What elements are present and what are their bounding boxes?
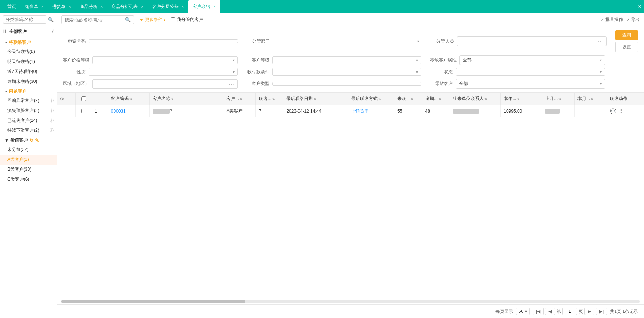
- nav-home[interactable]: 首页: [3, 0, 21, 13]
- payment-select[interactable]: ▾: [272, 68, 422, 76]
- td-contact-count: 7: [255, 105, 283, 117]
- nav-tab-purchase[interactable]: 进货单 ×: [48, 0, 75, 13]
- th-last-contact-method[interactable]: 最后联络方式⇅: [348, 93, 394, 105]
- retail-customer-select[interactable]: 全部 ▾: [456, 79, 605, 89]
- th-history-contacts[interactable]: 往来单位联系人⇅: [450, 93, 500, 105]
- page-size-select[interactable]: 50 ▾: [516, 308, 530, 315]
- my-customers-checkbox[interactable]: [171, 17, 175, 22]
- sidebar-item-tomorrow[interactable]: 明天待联络(1): [0, 57, 57, 67]
- th-customer-type[interactable]: 客户...⇅: [223, 93, 256, 105]
- next-page-button[interactable]: ▶: [584, 308, 594, 315]
- close-analysis-list-tab[interactable]: ×: [141, 0, 143, 13]
- qr-icon[interactable]: ⠿: [619, 108, 623, 114]
- th-contact-action: 联络动作: [607, 93, 644, 105]
- filter-panel: 电话号码 分管部门 ▾ 分管人员: [57, 26, 644, 93]
- pending-contact-title[interactable]: ▼ 待联络客户: [0, 38, 57, 47]
- sidebar-search-input[interactable]: [3, 15, 46, 24]
- phone-input[interactable]: [89, 39, 238, 43]
- grid-icon: ⠿: [3, 29, 6, 35]
- collapse-sidebar-icon[interactable]: 《: [50, 29, 54, 35]
- query-button[interactable]: 查询: [615, 30, 638, 40]
- sidebar-item-class-a[interactable]: A类客户(1): [0, 155, 57, 165]
- sidebar-item-repurchase-abnormal[interactable]: 回购异常客户(2) ⓘ: [0, 96, 57, 106]
- td-last-month: --: [542, 105, 575, 117]
- sort-icon-year: ⇅: [517, 97, 520, 101]
- all-customers-header[interactable]: ⠿ 全部客户 《: [0, 26, 57, 38]
- nature-select[interactable]: ▾: [89, 68, 238, 76]
- scrollbar-thumb[interactable]: [61, 300, 245, 303]
- sidebar-search-icon[interactable]: 🔍: [48, 17, 54, 22]
- close-all-button[interactable]: ×: [638, 3, 641, 10]
- main-layout: 🔍 ⠿ 全部客户 《 ▼ 待联络客户 今天待联络(0) 明天待联络(1): [0, 13, 644, 318]
- th-last-month[interactable]: 上月...⇅: [542, 93, 575, 105]
- info-icon-1: ⓘ: [50, 108, 54, 113]
- table-header-row: ⚙ 客户编码⇅ 客户名称⇅: [57, 93, 644, 105]
- sidebar-item-class-b[interactable]: B类客户(33): [0, 165, 57, 174]
- nav-tab-customer-segment[interactable]: 客户分层经营 ×: [148, 0, 188, 13]
- th-contact-count[interactable]: 联络...⇅: [255, 93, 283, 105]
- price-level-arrow-icon: ▾: [233, 58, 235, 62]
- edit-icon[interactable]: ✎: [35, 138, 39, 143]
- region-select[interactable]: ···: [92, 79, 238, 89]
- last-page-button[interactable]: ▶|: [596, 308, 607, 315]
- row-checkbox[interactable]: [81, 109, 86, 113]
- customer-type-select[interactable]: [272, 82, 422, 86]
- th-no: [92, 93, 108, 105]
- gear-settings-icon[interactable]: ⚙: [60, 96, 64, 102]
- manager-select[interactable]: ···: [457, 36, 607, 46]
- td-last-contact-method[interactable]: 下销货单: [348, 105, 394, 117]
- sidebar-item-declining[interactable]: 持续下滑客户(2) ⓘ: [0, 126, 57, 135]
- sidebar-item-class-c[interactable]: C类客户(6): [0, 174, 57, 184]
- th-gear[interactable]: ⚙: [57, 93, 75, 105]
- price-level-select[interactable]: ▾: [92, 56, 238, 64]
- th-no-contact[interactable]: 未联...⇅: [394, 93, 422, 105]
- select-all-checkbox[interactable]: [81, 96, 86, 101]
- td-this-month: [575, 105, 607, 117]
- status-select[interactable]: ▾: [456, 68, 605, 76]
- th-customer-name[interactable]: 客户名称⇅: [149, 93, 223, 105]
- toolbar-search-icon[interactable]: 🔍: [125, 17, 131, 22]
- customer-level-select[interactable]: ▾: [272, 56, 422, 64]
- th-overdue[interactable]: 逾期...⇅: [422, 93, 450, 105]
- filter-row-3: 性质 ▾ 收付款条件 ▾ 状态: [63, 68, 638, 76]
- sidebar-item-overdue[interactable]: 逾期未联络(30): [0, 77, 57, 86]
- batch-operation-button[interactable]: ☑ 批量操作: [600, 17, 623, 23]
- problem-customers-title[interactable]: ▼ 问题客户: [0, 86, 57, 96]
- more-filters-button[interactable]: ▼ 更多条件 ▴: [137, 15, 168, 24]
- close-segment-tab[interactable]: ×: [182, 0, 184, 13]
- td-customer-code[interactable]: 000031: [108, 105, 149, 117]
- department-select[interactable]: ▾: [273, 38, 422, 45]
- close-contact-tab[interactable]: ×: [213, 0, 215, 13]
- settings-button[interactable]: 设置: [615, 42, 638, 52]
- search-input[interactable]: [65, 17, 124, 22]
- pending-arrow-icon: ▼: [4, 41, 8, 45]
- value-customers-title[interactable]: ▼ 价值客户 ↻ ✎: [0, 135, 57, 145]
- nav-tab-sales[interactable]: 销售单 ×: [21, 0, 48, 13]
- message-icon[interactable]: 💬: [610, 108, 616, 114]
- sidebar-item-today[interactable]: 今天待联络(0): [0, 47, 57, 57]
- close-sales-tab[interactable]: ×: [41, 0, 43, 13]
- sidebar-item-churned[interactable]: 已流失客户(24) ⓘ: [0, 116, 57, 126]
- nav-tab-analysis-list[interactable]: 商品分析列表 ×: [107, 0, 147, 13]
- close-analysis-tab[interactable]: ×: [100, 0, 103, 13]
- export-button[interactable]: ↗ 导出: [626, 17, 640, 23]
- nav-tab-analysis[interactable]: 商品分析 ×: [75, 0, 107, 13]
- page-number-input[interactable]: [562, 308, 577, 315]
- refresh-icon[interactable]: ↻: [29, 138, 33, 143]
- total-info: 共1页 1条记录: [610, 308, 638, 315]
- problem-arrow-icon: ▼: [4, 90, 8, 93]
- first-page-button[interactable]: |◀: [533, 308, 544, 315]
- sidebar-item-churn-warning[interactable]: 流失预警客户(3) ⓘ: [0, 106, 57, 116]
- th-customer-code[interactable]: 客户编码⇅: [108, 93, 149, 105]
- filter-retail-attr: 零散客户属性 全部 ▾: [430, 55, 605, 65]
- prev-page-button[interactable]: ◀: [545, 308, 555, 315]
- th-this-year[interactable]: 本年...⇅: [501, 93, 542, 105]
- retail-attr-select[interactable]: 全部 ▾: [459, 55, 605, 65]
- close-purchase-tab[interactable]: ×: [68, 0, 71, 13]
- nav-tab-customer-contact[interactable]: 客户联络 ×: [188, 0, 220, 13]
- sort-icon-this-month: ⇅: [591, 97, 594, 101]
- sidebar-item-ungrouped[interactable]: 未分组(32): [0, 145, 57, 155]
- sidebar-item-7days[interactable]: 近7天待联络(0): [0, 67, 57, 77]
- th-last-contact-date[interactable]: 最后联络日期⇅: [283, 93, 348, 105]
- th-this-month[interactable]: 本月...⇅: [575, 93, 607, 105]
